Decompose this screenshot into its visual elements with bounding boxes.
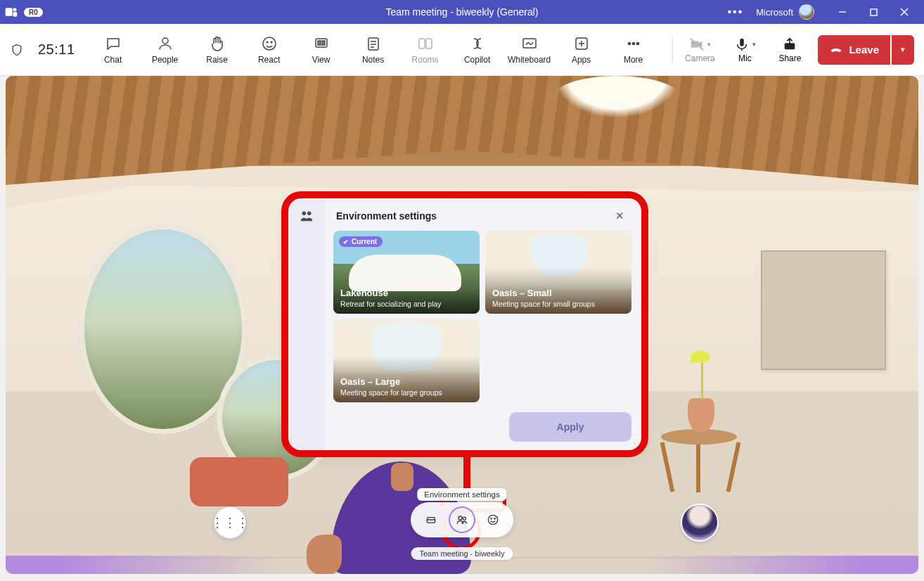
copilot-button[interactable]: Copilot bbox=[455, 30, 500, 70]
svg-rect-21 bbox=[426, 39, 432, 49]
notes-button[interactable]: Notes bbox=[351, 30, 396, 70]
raise-hand-button[interactable]: Raise bbox=[195, 30, 240, 70]
chat-icon bbox=[105, 35, 122, 52]
svg-point-34 bbox=[458, 516, 462, 520]
ring-badge: R0 bbox=[24, 8, 43, 17]
account-avatar-icon bbox=[799, 4, 814, 20]
titlebar-more-icon[interactable]: ••• bbox=[723, 6, 747, 18]
modal-close-button[interactable]: ✕ bbox=[610, 207, 629, 225]
room-name-tag: Team meeting - biweekly bbox=[411, 547, 513, 560]
meeting-timer: 25:11 bbox=[38, 42, 75, 58]
svg-point-32 bbox=[302, 212, 307, 216]
waffle-menu-button[interactable]: ⋮⋮⋮ bbox=[214, 506, 246, 539]
svg-point-26 bbox=[628, 42, 630, 44]
svg-point-10 bbox=[271, 42, 272, 43]
share-button[interactable]: Share bbox=[767, 30, 812, 70]
modal-title: Environment settings bbox=[336, 210, 437, 222]
camera-off-icon bbox=[689, 37, 705, 52]
rooms-button[interactable]: Rooms bbox=[403, 30, 448, 70]
environment-settings-modal: Environment settings ✕ Current Lakehouse… bbox=[288, 198, 641, 450]
svg-rect-14 bbox=[318, 44, 321, 45]
people-icon bbox=[157, 35, 174, 52]
svg-point-7 bbox=[162, 38, 168, 44]
svg-point-38 bbox=[494, 518, 495, 519]
svg-point-36 bbox=[488, 515, 497, 524]
teams-logo-icon bbox=[4, 5, 18, 19]
svg-point-1 bbox=[13, 8, 17, 11]
hangup-icon bbox=[829, 43, 843, 57]
mic-icon bbox=[734, 37, 750, 52]
participant-avatar[interactable] bbox=[681, 504, 719, 542]
window-titlebar: R0 Team meeting - biweekly (General) •••… bbox=[0, 0, 924, 24]
mic-toggle[interactable]: ▾ Mic bbox=[722, 30, 767, 70]
scene-vase bbox=[688, 398, 714, 432]
meeting-toolbar: 25:11 Chat People Raise React View Notes bbox=[0, 24, 924, 76]
meeting-stage: ⋮⋮⋮ Environment settings ✕ Current Lakeh… bbox=[6, 76, 918, 574]
svg-point-27 bbox=[632, 42, 634, 44]
environment-settings-tooltip: Environment settings bbox=[417, 488, 506, 501]
window-maximize-button[interactable] bbox=[858, 1, 889, 23]
chat-button[interactable]: Chat bbox=[91, 30, 136, 70]
apps-button[interactable]: Apps bbox=[559, 30, 604, 70]
ceiling-graphic bbox=[6, 76, 918, 185]
camera-toggle[interactable]: ▾ Camera bbox=[677, 30, 722, 70]
more-icon bbox=[625, 35, 642, 52]
svg-rect-13 bbox=[322, 41, 325, 42]
whiteboard-icon bbox=[521, 35, 538, 52]
svg-point-33 bbox=[307, 212, 312, 216]
window-title: Team meeting - biweekly (General) bbox=[385, 6, 538, 18]
rooms-icon bbox=[417, 35, 434, 52]
notes-icon bbox=[365, 35, 382, 52]
annotation-connector bbox=[463, 457, 470, 492]
mesh-environment-button[interactable] bbox=[449, 506, 475, 533]
modal-sidebar bbox=[288, 198, 325, 450]
svg-rect-11 bbox=[316, 39, 327, 47]
account-area[interactable]: Microsoft bbox=[756, 4, 814, 20]
view-button[interactable]: View bbox=[299, 30, 344, 70]
whiteboard-button[interactable]: Whiteboard bbox=[507, 30, 552, 70]
copilot-icon bbox=[469, 35, 486, 52]
svg-rect-15 bbox=[322, 44, 325, 45]
current-badge: Current bbox=[339, 236, 383, 247]
scene-cushion bbox=[190, 457, 288, 506]
svg-point-9 bbox=[267, 42, 268, 43]
svg-rect-30 bbox=[740, 38, 744, 46]
hand-icon bbox=[209, 35, 226, 52]
svg-point-35 bbox=[463, 517, 466, 520]
environment-option-lakehouse[interactable]: Current Lakehouse Retreat for socializin… bbox=[333, 231, 480, 314]
smile-icon bbox=[261, 35, 278, 52]
svg-rect-4 bbox=[871, 9, 877, 15]
svg-point-37 bbox=[491, 518, 492, 519]
environment-option-oasis-small[interactable]: Oasis – Small Meeting space for small gr… bbox=[485, 231, 631, 314]
apply-button[interactable]: Apply bbox=[509, 412, 631, 442]
svg-rect-20 bbox=[419, 39, 425, 49]
mesh-toolbar bbox=[411, 502, 513, 537]
svg-rect-31 bbox=[785, 43, 795, 49]
people-button[interactable]: People bbox=[143, 30, 188, 70]
toolbar-separator bbox=[672, 36, 673, 64]
svg-point-28 bbox=[636, 42, 639, 44]
svg-point-8 bbox=[263, 37, 276, 50]
svg-rect-2 bbox=[13, 12, 18, 17]
window-minimize-button[interactable] bbox=[827, 1, 858, 23]
grid-icon: ⋮⋮⋮ bbox=[211, 515, 249, 530]
mesh-seat-button[interactable] bbox=[418, 506, 444, 533]
leave-dropdown[interactable]: ▾ bbox=[892, 35, 914, 65]
react-button[interactable]: React bbox=[247, 30, 292, 70]
account-label: Microsoft bbox=[756, 7, 793, 18]
svg-rect-12 bbox=[318, 41, 321, 42]
leave-button[interactable]: Leave bbox=[818, 35, 890, 65]
share-icon bbox=[782, 37, 797, 52]
environment-icon bbox=[299, 208, 314, 226]
shield-icon[interactable] bbox=[10, 43, 24, 57]
svg-rect-0 bbox=[6, 8, 13, 16]
window-close-button[interactable] bbox=[889, 1, 920, 23]
scene-painting bbox=[761, 250, 886, 370]
apps-icon bbox=[573, 35, 590, 52]
view-icon bbox=[313, 35, 330, 52]
mesh-react-button[interactable] bbox=[480, 506, 506, 533]
more-button[interactable]: More bbox=[611, 30, 656, 70]
environment-option-oasis-large[interactable]: Oasis – Large Meeting space for large gr… bbox=[333, 319, 480, 402]
